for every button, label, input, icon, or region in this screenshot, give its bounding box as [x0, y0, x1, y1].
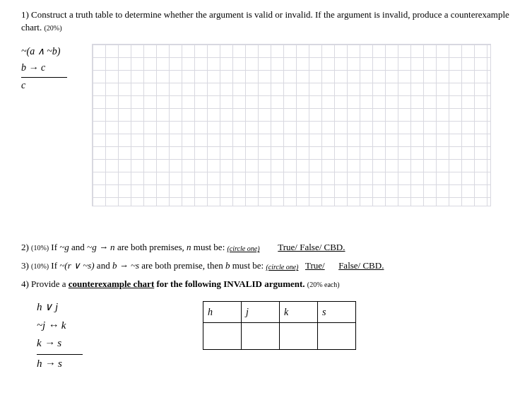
q4-pa: 4) Provide a	[21, 278, 69, 289]
q2-pct: (10%)	[31, 244, 49, 252]
q3-tb: and	[95, 260, 112, 271]
q4-pb: counterexample chart	[69, 278, 154, 289]
q1-prompt-text: 1) Construct a truth table to determine …	[21, 9, 509, 33]
header-h: h	[203, 302, 242, 323]
q2-tb: and	[69, 242, 87, 252]
q3-td: must be:	[230, 260, 266, 271]
q2-p2: ~g → n	[87, 242, 115, 252]
q1-conclusion: c	[21, 80, 25, 90]
table-row: h j k s	[203, 302, 356, 323]
cell-j[interactable]	[242, 323, 280, 350]
q4-conclusion: h → s	[37, 358, 62, 369]
q4-prompt: 4) Provide a counterexample chart for th…	[21, 278, 511, 290]
header-k: k	[280, 302, 318, 323]
q4-p3: k → s	[37, 334, 83, 355]
table-row	[203, 323, 356, 350]
truth-table-grid[interactable]	[92, 44, 491, 206]
q3-true[interactable]: True/	[305, 260, 325, 271]
q2-td: must be:	[191, 242, 227, 252]
q3-line: 3) (10%) If ~(r ∨ ~s) and b → ~s are bot…	[21, 260, 511, 271]
q3-p1: ~(r ∨ ~s)	[59, 260, 94, 271]
cell-s[interactable]	[318, 323, 356, 350]
q4-content: h ∨ j ~j ↔ k k → s h → s h j k s	[21, 298, 511, 372]
q4-p1: h ∨ j	[37, 301, 58, 312]
q1-content: ~(a ∧ ~b) b → c c	[21, 44, 511, 206]
header-s: s	[318, 302, 356, 323]
q4-argument: h ∨ j ~j ↔ k k → s h → s	[37, 298, 83, 372]
q1-premise2: b → c	[21, 60, 67, 78]
q2-tc: are both premises,	[115, 242, 187, 252]
cell-h[interactable]	[203, 323, 242, 350]
q1-premise1: ~(a ∧ ~b)	[21, 46, 60, 57]
q3-num: 3)	[21, 260, 31, 271]
q1-prompt: 1) Construct a truth table to determine …	[21, 8, 511, 34]
q3-p2: b → ~s	[112, 260, 139, 271]
q2-num: 2)	[21, 242, 31, 252]
q3-circle: (circle one)	[266, 263, 298, 271]
cell-k[interactable]	[280, 323, 318, 350]
q4-pct: (20% each)	[307, 281, 340, 288]
q2-ta: If	[49, 242, 59, 252]
q3-tc: are both premise, then	[139, 260, 225, 271]
q2-options[interactable]: True/ False/ CBD.	[278, 242, 345, 252]
q2-line: 2) (10%) If ~g and ~g → n are both premi…	[21, 242, 511, 253]
header-j: j	[242, 302, 280, 323]
counterexample-table[interactable]: h j k s	[203, 301, 356, 350]
q3-rest[interactable]: False/ CBD.	[338, 260, 384, 271]
q2-p1: ~g	[59, 242, 69, 252]
q3-pct: (10%)	[31, 262, 49, 270]
q3-ta: If	[49, 260, 59, 271]
q1-pct: (20%)	[44, 24, 61, 32]
q4-pc: for the following INVALID argument.	[154, 278, 307, 289]
q4-p2: ~j ↔ k	[37, 319, 66, 331]
q1-argument: ~(a ∧ ~b) b → c c	[21, 44, 78, 93]
q2-circle: (circle one)	[227, 245, 260, 252]
